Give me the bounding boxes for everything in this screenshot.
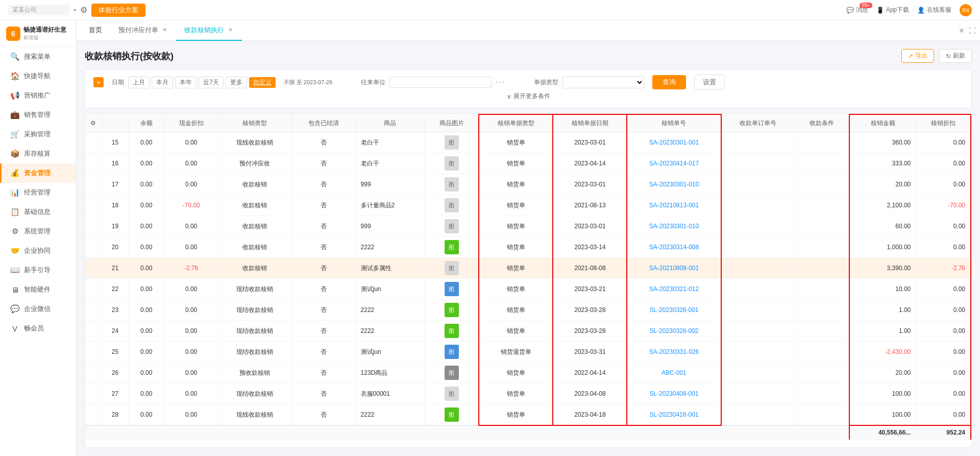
writeoff-doc-no-link[interactable]: SL-20230408-001 bbox=[649, 390, 698, 397]
cell-goods-img: 图 bbox=[424, 258, 479, 279]
sidebar-icon-basic: 📋 bbox=[10, 207, 20, 217]
writeoff-doc-no-link[interactable]: SA-20230331-026 bbox=[649, 348, 699, 355]
sidebar-item-guide[interactable]: 📖新手引导 bbox=[0, 260, 76, 280]
sidebar-item-enterprise[interactable]: 🤝企业协同 bbox=[0, 241, 76, 260]
tab-close-prepay[interactable]: ✕ bbox=[161, 26, 168, 34]
cell-writeoff-doc-no[interactable]: ABC-001 bbox=[627, 363, 721, 383]
writeoff-doc-no-link[interactable]: SL-20230328-002 bbox=[649, 327, 698, 334]
cell-writeoff-doc-date: 2023-04-14 bbox=[553, 153, 627, 174]
cell-writeoff-type: 现线收款核销 bbox=[218, 404, 291, 426]
date-btn-last-month[interactable]: 上月 bbox=[128, 77, 150, 88]
cell-writeoff-doc-no[interactable]: SA-20230301-010 bbox=[627, 216, 721, 237]
sidebar-item-basic[interactable]: 📋基础信息 bbox=[0, 202, 76, 222]
cell-writeoff-amount: 3,390.00 bbox=[849, 258, 916, 279]
company-selector[interactable]: 某某公司 bbox=[8, 5, 69, 15]
writeoff-doc-no-link[interactable]: SA-20230301-010 bbox=[649, 223, 699, 230]
writeoff-doc-no-link[interactable]: ABC-001 bbox=[662, 369, 687, 376]
writeoff-doc-no-link[interactable]: SL-20230418-001 bbox=[649, 411, 698, 418]
sidebar-item-sales[interactable]: 💼销售管理 bbox=[0, 105, 76, 125]
online-service-button[interactable]: 👤 在线客服 bbox=[917, 6, 951, 14]
tab-maximize-button[interactable]: ⛶ bbox=[969, 27, 976, 35]
sidebar-item-purchase[interactable]: 🛒采购管理 bbox=[0, 125, 76, 144]
app-download-button[interactable]: 📱 App下载 bbox=[876, 6, 909, 14]
cell-receipt-condition bbox=[795, 153, 849, 174]
counterparty-input[interactable] bbox=[389, 77, 492, 88]
cell-goods-img: 图 bbox=[424, 342, 479, 363]
sidebar-item-marketing[interactable]: 📢营销推广 bbox=[0, 86, 76, 105]
date-custom-btn[interactable]: 自定义 bbox=[249, 77, 276, 88]
sidebar-item-finance[interactable]: 💰资金管理 bbox=[0, 163, 76, 183]
tab-receipt[interactable]: 收款核销执行✕ bbox=[176, 20, 242, 41]
sidebar-item-inventory[interactable]: 📦库存核算 bbox=[0, 144, 76, 163]
sidebar-item-operation[interactable]: 📊经营管理 bbox=[0, 183, 76, 202]
tab-close-all-button[interactable]: ✕ bbox=[959, 27, 965, 35]
doctype-label: 单据类型 bbox=[534, 78, 558, 87]
goods-image: 图 bbox=[445, 261, 459, 275]
filter-expand-left[interactable]: » bbox=[93, 77, 104, 87]
writeoff-doc-no-link[interactable]: SA-20230414-017 bbox=[649, 160, 699, 167]
tab-close-receipt[interactable]: ✕ bbox=[227, 26, 234, 34]
cell-receipt-condition bbox=[795, 216, 849, 237]
goods-image: 图 bbox=[445, 177, 459, 191]
writeoff-doc-no-link[interactable]: SA-20210813-001 bbox=[649, 202, 699, 209]
col-writeoff-amount: 核销金额 bbox=[849, 114, 916, 132]
cell-writeoff-doc-no[interactable]: SA-20230301-010 bbox=[627, 174, 721, 195]
writeoff-doc-no-link[interactable]: SA-20230314-008 bbox=[649, 244, 699, 251]
counterparty-dots[interactable]: ··· bbox=[496, 78, 505, 87]
sidebar-item-quick-nav[interactable]: 🏠快捷导航 bbox=[0, 66, 76, 86]
expand-more-button[interactable]: ∨ 展开更多条件 bbox=[507, 92, 550, 101]
date-btn-this-month[interactable]: 本月 bbox=[152, 77, 173, 88]
company-dropdown-arrow[interactable]: ▾ bbox=[74, 7, 76, 13]
trial-button[interactable]: 体验行业方案 bbox=[91, 4, 145, 17]
query-button[interactable]: 查询 bbox=[652, 75, 686, 89]
sidebar-item-hardware[interactable]: 🖥智能硬件 bbox=[0, 280, 76, 299]
cell-writeoff-doc-no[interactable]: SA-20210813-001 bbox=[627, 195, 721, 216]
writeoff-doc-no-link[interactable]: SA-20230301-010 bbox=[649, 181, 699, 188]
col-seq bbox=[102, 114, 129, 132]
cell-writeoff-doc-no[interactable]: SL-20230408-001 bbox=[627, 383, 721, 404]
tab-home[interactable]: 首页 bbox=[81, 20, 110, 41]
cell-seq: 21 bbox=[102, 258, 129, 279]
sidebar-item-vip[interactable]: V畅会员 bbox=[0, 319, 76, 338]
writeoff-doc-no-link[interactable]: SA-20210808-001 bbox=[649, 265, 699, 272]
writeoff-doc-no-link[interactable]: SA-20230301-001 bbox=[649, 139, 699, 146]
cell-writeoff-doc-no[interactable]: SA-20230414-017 bbox=[627, 153, 721, 174]
cell-writeoff-doc-date: 2023-03-28 bbox=[553, 321, 627, 342]
date-btn-more[interactable]: 更多 bbox=[226, 77, 247, 88]
cell-writeoff-doc-no[interactable]: SA-20230314-008 bbox=[627, 237, 721, 258]
writeoff-doc-no-link[interactable]: SL-20230328-001 bbox=[649, 306, 698, 314]
cell-writeoff-doc-no[interactable]: SA-20230331-026 bbox=[627, 342, 721, 363]
cell-balance: 0.00 bbox=[129, 300, 164, 321]
logo-sub: 标准版 bbox=[23, 34, 66, 41]
cell-cash-discount: 0.00 bbox=[164, 216, 218, 237]
message-button[interactable]: 💬 消息 99+ bbox=[846, 6, 868, 14]
cell-writeoff-doc-no[interactable]: SL-20230328-001 bbox=[627, 300, 721, 321]
cell-receipt-order-no bbox=[721, 258, 795, 279]
tab-prepay[interactable]: 预付冲应付单✕ bbox=[110, 20, 176, 41]
date-btn-7-days[interactable]: 近7天 bbox=[199, 77, 224, 88]
cell-writeoff-doc-no[interactable]: SL-20230418-001 bbox=[627, 404, 721, 426]
logo-name: 畅捷通谱好生意 bbox=[23, 26, 66, 34]
settings-button[interactable]: 设置 bbox=[694, 75, 725, 90]
cell-writeoff-doc-no[interactable]: SA-20230321-012 bbox=[627, 279, 721, 300]
cell-goods: 999 bbox=[355, 216, 424, 237]
date-btn-this-year[interactable]: 本年 bbox=[175, 77, 197, 88]
writeoff-doc-no-link[interactable]: SA-20230321-012 bbox=[649, 285, 699, 293]
cell-seq: 28 bbox=[102, 404, 129, 426]
sidebar-item-wechat[interactable]: 💬企业微信 bbox=[0, 299, 76, 319]
cell-settled: 否 bbox=[291, 195, 355, 216]
cell-writeoff-doc-no[interactable]: SA-20210808-001 bbox=[627, 258, 721, 279]
settings-icon[interactable]: ⚙ bbox=[80, 5, 87, 15]
sidebar-item-search[interactable]: 🔍搜索菜单 bbox=[0, 47, 76, 66]
cell-writeoff-doc-type: 销货单 bbox=[479, 153, 553, 174]
export-button[interactable]: ↗ 导出 bbox=[901, 49, 934, 63]
refresh-button[interactable]: ↻ 刷新 bbox=[939, 49, 972, 63]
col-gear[interactable]: ⚙ bbox=[85, 114, 102, 132]
cell-writeoff-doc-no[interactable]: SA-20230301-001 bbox=[627, 132, 721, 153]
cell-writeoff-doc-date: 2023-03-01 bbox=[553, 132, 627, 153]
user-avatar[interactable]: Rit bbox=[960, 4, 972, 16]
cell-writeoff-doc-no[interactable]: SL-20230328-002 bbox=[627, 321, 721, 342]
doctype-select[interactable] bbox=[562, 76, 644, 88]
sidebar-item-system[interactable]: ⚙系统管理 bbox=[0, 222, 76, 241]
cell-writeoff-amount: -2,430.00 bbox=[849, 342, 916, 363]
